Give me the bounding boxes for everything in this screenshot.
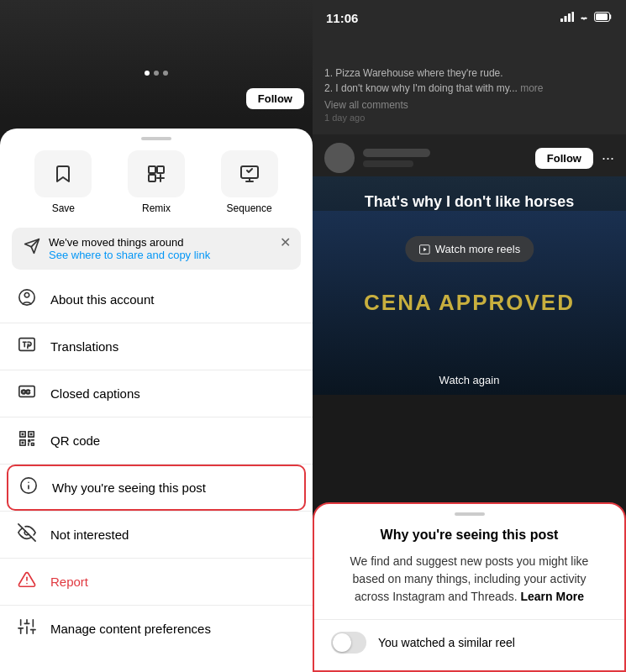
sequence-label: Sequence (227, 202, 272, 214)
why-toggle[interactable] (331, 632, 366, 654)
svg-rect-14 (19, 339, 34, 351)
watch-more-label: Watch more reels (435, 243, 520, 255)
save-icon (53, 164, 73, 184)
remix-label: Remix (142, 202, 171, 214)
menu-item-captions[interactable]: CC Closed captions (0, 370, 313, 417)
menu-item-report[interactable]: Report (0, 559, 313, 605)
svg-rect-22 (30, 433, 33, 436)
menu-list: About this account Translations (0, 273, 313, 655)
play-icon (418, 244, 430, 255)
comment-text: 1. Pizza Warehouse where they're rude.2.… (324, 66, 614, 96)
not-interested-label: Not interested (50, 528, 129, 542)
report-label: Report (50, 575, 88, 589)
save-action[interactable]: Save (34, 150, 92, 214)
dot-2 (154, 71, 159, 76)
save-icon-box (34, 150, 92, 197)
why-sheet-title: Why you're seeing this post (314, 528, 624, 543)
sequence-action[interactable]: Sequence (221, 150, 278, 214)
why-row: You watched a similar reel (314, 632, 624, 654)
about-label: About this account (50, 292, 154, 307)
svg-marker-46 (423, 247, 427, 251)
suggested-label (363, 160, 413, 167)
learn-more-link[interactable]: Learn More (520, 590, 583, 603)
cena-image-area: CENA APPROVED Watch more reels Watch aga… (313, 211, 626, 395)
svg-rect-42 (572, 12, 575, 22)
remix-icon (146, 164, 166, 184)
sequence-icon (239, 164, 260, 184)
right-video-area: That's why I don't like horses CENA APPR… (313, 176, 626, 395)
person-circle-icon (17, 288, 37, 311)
translations-label: Translations (50, 339, 118, 354)
captions-label: Closed captions (50, 386, 140, 401)
why-description: We find and suggest new posts you might … (314, 553, 624, 606)
save-label: Save (52, 202, 75, 214)
right-status-icons (560, 10, 613, 25)
username-placeholder (363, 149, 430, 157)
svg-rect-40 (565, 16, 567, 22)
left-background: Follow (0, 0, 313, 118)
svg-rect-21 (22, 433, 24, 436)
suggested-name-area (363, 149, 527, 167)
video-title: That's why I don't like horses (348, 193, 592, 211)
right-panel: 11:06 (313, 0, 626, 672)
comment-body: 1. Pizza Warehouse where they're rude.2.… (324, 67, 520, 94)
right-battery-icon (594, 10, 613, 25)
comment-more[interactable]: more (520, 82, 543, 94)
menu-item-manage[interactable]: Manage content preferences (0, 606, 313, 652)
notice-banner: We've moved things around See where to s… (12, 228, 301, 270)
avatar (324, 143, 355, 173)
share-icon (24, 238, 40, 259)
translate-icon (17, 335, 37, 358)
dots-indicator (145, 71, 168, 76)
qr-label: QR code (50, 433, 100, 448)
sequence-icon-box (221, 150, 278, 197)
right-wifi-icon (577, 10, 591, 25)
dot-1 (145, 71, 150, 76)
why-divider (314, 619, 624, 620)
view-all-comments[interactable]: View all comments (324, 99, 614, 111)
eye-slash-icon (17, 523, 37, 546)
remix-icon-box (128, 150, 185, 197)
svg-rect-8 (149, 175, 155, 181)
close-icon[interactable]: ✕ (280, 234, 291, 250)
watch-more-button[interactable]: Watch more reels (405, 236, 534, 262)
menu-item-qr[interactable]: QR code (0, 417, 313, 464)
why-label: Why you're seeing this post (52, 480, 206, 495)
notice-link[interactable]: See where to share and copy link (49, 249, 289, 261)
cena-approved-text: CENA APPROVED (364, 290, 575, 316)
notice-text: We've moved things around See where to s… (49, 236, 289, 261)
menu-item-translations[interactable]: Translations (0, 323, 313, 370)
right-sheet-handle (455, 512, 485, 516)
why-toggle-knob (333, 633, 351, 652)
menu-item-not-interested[interactable]: Not interested (0, 512, 313, 558)
notice-title: We've moved things around (49, 236, 289, 249)
comment-area: 1. Pizza Warehouse where they're rude.2.… (313, 59, 626, 129)
suggested-bar: Follow ··· (313, 134, 626, 181)
info-circle-icon (18, 476, 39, 499)
time-ago: 1 day ago (324, 113, 614, 123)
manage-label: Manage content preferences (50, 622, 211, 636)
right-follow-button[interactable]: Follow (535, 148, 593, 169)
svg-rect-44 (596, 13, 608, 20)
right-time: 11:06 (326, 11, 358, 25)
right-signal-icon (560, 10, 574, 25)
sliders-icon (17, 617, 37, 640)
action-buttons: Save Remix (0, 150, 313, 228)
sheet-handle (141, 137, 171, 140)
bottom-sheet: Save Remix (0, 129, 313, 672)
svg-point-13 (24, 293, 29, 298)
menu-item-why[interactable]: Why you're seeing this post (7, 465, 306, 511)
remix-action[interactable]: Remix (128, 150, 185, 214)
left-panel: 11:05 (0, 0, 313, 672)
watch-again-label[interactable]: Watch again (439, 374, 500, 386)
dot-3 (163, 71, 168, 76)
cc-icon: CC (17, 382, 37, 405)
more-icon[interactable]: ··· (602, 150, 614, 167)
svg-rect-39 (560, 18, 563, 22)
right-status-bar: 11:06 (313, 0, 626, 29)
svg-rect-41 (568, 13, 571, 22)
svg-rect-7 (157, 166, 164, 173)
menu-item-about[interactable]: About this account (0, 276, 313, 323)
follow-button-bg[interactable]: Follow (246, 88, 304, 109)
svg-text:CC: CC (21, 388, 30, 396)
